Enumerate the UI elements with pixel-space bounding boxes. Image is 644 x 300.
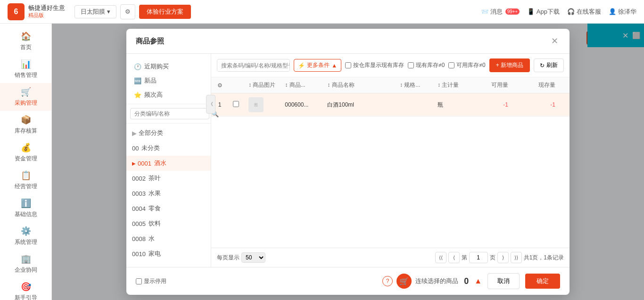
row-end xyxy=(560,93,570,117)
modal-title: 商品参照 xyxy=(136,37,164,46)
main-layout: 🏠 首页 📊 销售管理 🛒 采购管理 📦 库存核算 💰 资金管理 📋 经营管理 … xyxy=(0,24,644,300)
category-item-0002[interactable]: 0002 茶叶 xyxy=(126,171,211,186)
modal-overlay: 商品参照 ✕ 🕐 近期购买 🆕 xyxy=(52,24,644,300)
add-product-btn[interactable]: + 新增商品 xyxy=(489,58,530,72)
app-download-btn[interactable]: 📱 App下载 xyxy=(527,8,560,16)
show-disabled-checkbox[interactable] xyxy=(136,278,142,284)
refresh-btn[interactable]: ↻ 刷新 xyxy=(534,58,564,72)
sidebar-item-inventory[interactable]: 📦 库存核算 xyxy=(0,111,51,139)
brand-text: 畅捷通好生意 精品版 xyxy=(28,4,65,19)
footer-right: ? 🛒 连续选择的商品 0 ▲ 取消 确定 xyxy=(382,273,560,289)
category-item-0003[interactable]: 0003 水果 xyxy=(126,186,211,201)
modal-body: 🕐 近期购买 🆕 新品 ⭐ 频次高 xyxy=(126,54,570,267)
col-name: ↕ 商品名称 xyxy=(322,77,395,93)
top-nav: 6 畅捷通好生意 精品版 日太阳膜 ▾ ⚙ 体验行业方案 📨 消息 99++ 📱… xyxy=(0,0,644,24)
messages-btn[interactable]: 📨 消息 99++ xyxy=(481,8,520,16)
home-icon: 🏠 xyxy=(21,31,31,42)
help-icon[interactable]: ? xyxy=(382,276,393,286)
sidebar-item-basic[interactable]: ℹ️ 基础信息 xyxy=(0,194,51,222)
sidebar-item-system[interactable]: ⚙️ 系统管理 xyxy=(0,222,51,250)
modal-header: 商品参照 ✕ xyxy=(126,29,570,54)
checkbox-show-stock[interactable]: 按仓库显示现有库存 xyxy=(345,61,404,69)
prev-page-btn[interactable]: ⟨ xyxy=(448,252,460,263)
row-checkbox[interactable] xyxy=(228,93,244,117)
next-page-btn[interactable]: ⟩ xyxy=(497,252,509,263)
quick-link-recent[interactable]: 🕐 近期购买 xyxy=(130,59,207,74)
expand-arrow: ▶ xyxy=(132,130,137,137)
system-icon: ⚙️ xyxy=(21,226,31,236)
checkbox-available-ne0-input[interactable] xyxy=(448,62,454,68)
col-available: 可用量 xyxy=(466,77,513,93)
total-info: 共1页，1条记录 xyxy=(524,254,564,262)
experience-btn[interactable]: 体验行业方案 xyxy=(139,5,191,19)
row-img: 图 xyxy=(244,93,280,117)
category-item-0005[interactable]: 0005 饮料 xyxy=(126,216,211,231)
col-checkbox xyxy=(228,77,244,93)
basic-icon: ℹ️ xyxy=(21,198,31,208)
cooperation-icon: 🏢 xyxy=(21,254,31,264)
sales-icon: 📊 xyxy=(21,59,31,69)
cancel-btn[interactable]: 取消 xyxy=(487,273,520,289)
show-disabled-label[interactable]: 显示停用 xyxy=(136,277,166,285)
refresh-icon: ↻ xyxy=(540,62,545,69)
checkbox-show-stock-input[interactable] xyxy=(345,62,351,68)
product-table-wrap: ⚙ ↕ 商品图片 ↕ 商品... xyxy=(211,77,570,248)
sidebar-item-purchase[interactable]: 🛒 采购管理 xyxy=(0,83,51,111)
gear-icon[interactable]: ⚙ xyxy=(120,4,135,19)
filter-icon: ⚡ xyxy=(298,62,305,69)
cart-chevron-icon[interactable]: ▲ xyxy=(474,277,482,285)
user-profile[interactable]: 👤 徐泽华 xyxy=(609,8,636,16)
sidebar-item-guide[interactable]: 🎯 新手引导 xyxy=(0,278,51,300)
nav-selector[interactable]: 日太阳膜 ▾ xyxy=(74,5,116,18)
product-search-wrap: 🔍 xyxy=(217,59,290,72)
table-header-row: ⚙ ↕ 商品图片 ↕ 商品... xyxy=(211,77,570,93)
category-item-unclassified[interactable]: 00 未分类 xyxy=(126,141,211,156)
category-search-input[interactable] xyxy=(130,108,209,119)
content-area: 查询 设置 ✕ ⬜ 商品参照 ✕ xyxy=(52,24,644,300)
confirm-btn[interactable]: 确定 xyxy=(525,274,560,289)
collapse-panel-btn[interactable]: 《 xyxy=(206,95,215,114)
sidebar-item-finance[interactable]: 💰 资金管理 xyxy=(0,139,51,167)
product-table-body: 1 图 000600... 白酒100ml xyxy=(211,93,570,117)
sidebar-item-operation[interactable]: 📋 经营管理 xyxy=(0,167,51,194)
page-input[interactable] xyxy=(469,252,488,263)
category-item-all[interactable]: ▶ 全部分类 xyxy=(126,125,211,141)
checkbox-stock-ne0[interactable]: 现有库存≠0 xyxy=(408,61,445,69)
page-nav: ⟨⟨ ⟨ 第 页 ⟩ ⟩⟩ 共1页，1条记录 xyxy=(435,252,564,263)
per-page-dropdown[interactable]: 50 100 200 xyxy=(241,252,265,263)
cart-btn[interactable]: 🛒 xyxy=(396,274,412,289)
sidebar-item-sales[interactable]: 📊 销售管理 xyxy=(0,55,51,83)
star-icon: ⭐ xyxy=(134,92,141,99)
sidebar-item-cooperation[interactable]: 🏢 企业协同 xyxy=(0,250,51,278)
col-spec: ↕ 规格... xyxy=(395,77,433,93)
clock-icon: 🕐 xyxy=(134,63,141,70)
footer-cart-area: ? 🛒 连续选择的商品 0 ▲ xyxy=(382,274,482,289)
customer-service-btn[interactable]: 🎧 在线客服 xyxy=(567,8,601,16)
category-item-0001[interactable]: ▶ 0001 酒水 xyxy=(126,156,211,171)
quick-link-frequent[interactable]: ⭐ 频次高 xyxy=(130,88,207,102)
product-search-input[interactable] xyxy=(217,60,290,71)
cart-count: 0 xyxy=(464,276,469,286)
operation-icon: 📋 xyxy=(21,170,31,181)
category-item-0008[interactable]: 0008 水 xyxy=(126,231,211,246)
last-page-btn[interactable]: ⟩⟩ xyxy=(511,252,522,263)
modal-close-btn[interactable]: ✕ xyxy=(549,35,560,47)
per-page-select: 每页显示 50 100 200 xyxy=(217,252,265,263)
finance-icon: 💰 xyxy=(21,142,31,153)
col-settings: ⚙ xyxy=(211,77,228,93)
checkbox-available-ne0[interactable]: 可用库存≠0 xyxy=(448,61,485,69)
filter-more-btn[interactable]: ⚡ 更多条件 ▲ xyxy=(294,59,341,72)
checkbox-stock-ne0-input[interactable] xyxy=(408,62,414,68)
category-item-0010[interactable]: 0010 家电 xyxy=(126,246,211,261)
first-page-btn[interactable]: ⟨⟨ xyxy=(435,252,446,263)
guide-icon: 🎯 xyxy=(21,282,31,292)
category-item-0004[interactable]: 0004 零食 xyxy=(126,201,211,216)
category-search-bar: 🔍 xyxy=(126,104,211,124)
active-arrow: ▶ xyxy=(132,161,136,166)
toolbar-right: + 新增商品 ↻ 刷新 xyxy=(489,58,564,72)
product-panel: 🔍 ⚡ 更多条件 ▲ 按仓库显示现有库存 xyxy=(211,54,570,267)
sidebar-item-home[interactable]: 🏠 首页 xyxy=(0,27,51,55)
quick-link-new[interactable]: 🆕 新品 xyxy=(130,74,207,88)
table-row[interactable]: 1 图 000600... 白酒100ml xyxy=(211,93,570,117)
category-list: ▶ 全部分类 00 未分类 ▶ 0001 酒水 xyxy=(126,124,211,263)
